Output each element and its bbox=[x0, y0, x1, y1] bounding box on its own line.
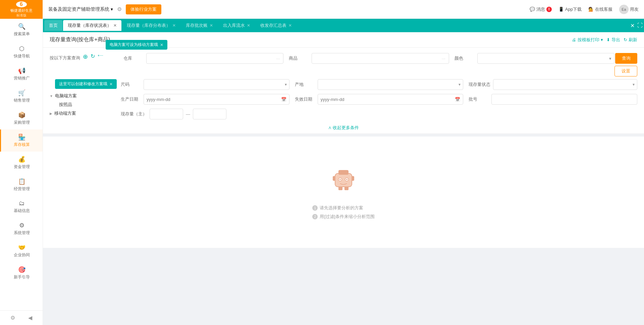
sidebar-item-label: 采购管理 bbox=[14, 120, 30, 125]
tab-close-icon[interactable]: ✕ bbox=[210, 23, 213, 28]
sidebar-item-purchase[interactable]: 📦 采购管理 bbox=[0, 107, 43, 129]
tab-close-all-icon[interactable]: ✕ bbox=[630, 22, 635, 29]
system-dropdown[interactable]: 装备及固定资产辅助管理系统 ▾ bbox=[48, 6, 113, 12]
tab-label: 现存量（库存分布表） bbox=[127, 22, 170, 29]
expire-date-input[interactable]: 📅 bbox=[318, 94, 464, 105]
sidebar-item-inventory[interactable]: 🏪 库存核算 bbox=[0, 129, 43, 152]
collapse-bar[interactable]: ∧ 收起更多条件 bbox=[43, 122, 644, 134]
sidebar-item-newbie[interactable]: 🎯 新手引导 bbox=[0, 262, 43, 284]
tab-fullscreen-icon[interactable]: ⛶ bbox=[637, 22, 643, 29]
calendar-icon[interactable]: 📅 bbox=[281, 97, 286, 102]
sidebar-item-label: 快捷导航 bbox=[14, 53, 30, 59]
tab-close-icon[interactable]: ✕ bbox=[172, 23, 176, 28]
filter-label: 按以下方案查询 bbox=[50, 53, 80, 61]
refresh-button[interactable]: ↻ 刷新 bbox=[624, 37, 637, 43]
tab-bar-end: ✕ ⛶ bbox=[630, 22, 643, 29]
sidebar-item-sales[interactable]: 🛒 销售管理 bbox=[0, 85, 43, 107]
origin-field: 产地 ▾ bbox=[295, 79, 464, 90]
tooltip-text: 这里可以创建和修改方案哦 bbox=[59, 81, 107, 87]
goods-input[interactable]: ··· bbox=[312, 53, 449, 64]
range-dash: — bbox=[186, 112, 190, 117]
settings-icon[interactable]: ⚙ bbox=[10, 315, 15, 321]
page-title: 现存量查询(按仓库+商品) bbox=[50, 36, 110, 43]
sidebar-item-operations[interactable]: 📋 经营管理 bbox=[0, 174, 43, 196]
sidebar-item-cooperation[interactable]: 🤝 企业协同 bbox=[0, 240, 43, 262]
warehouse-more-icon[interactable]: ··· bbox=[276, 56, 280, 61]
logo-text: 畅捷通好生意 bbox=[10, 8, 33, 13]
prod-date-input[interactable]: 📅 bbox=[144, 94, 289, 105]
header-right: 💬 消息 8 📱 App下载 💁 在线客服 Ea 用友 bbox=[530, 5, 639, 14]
sidebar-item-basic[interactable]: 🗂 基础信息 bbox=[0, 196, 43, 218]
export-button[interactable]: ⬇ 导出 bbox=[606, 37, 620, 43]
app-download-action[interactable]: 📱 App下载 bbox=[558, 6, 582, 12]
sidebar-item-label: 基础信息 bbox=[14, 208, 30, 214]
sidebar-item-system[interactable]: ⚙ 系统管理 bbox=[0, 218, 43, 240]
tooltip-close-icon[interactable]: ✕ bbox=[109, 82, 113, 87]
tab-close-icon[interactable]: ✕ bbox=[113, 23, 117, 28]
tab-collect-summary[interactable]: 收发存汇总表 ✕ bbox=[256, 20, 297, 31]
logo-icon: 6 bbox=[16, 1, 27, 7]
sidebar-item-search[interactable]: 🔍 搜索菜单 bbox=[0, 19, 43, 41]
tab-close-icon[interactable]: ✕ bbox=[247, 23, 250, 28]
tab-home[interactable]: 首页 bbox=[44, 20, 62, 31]
user-action[interactable]: Ea 用友 bbox=[619, 5, 639, 14]
stock-main-label: 现存量（主） bbox=[121, 111, 147, 117]
add-scheme-button[interactable]: ⊕ bbox=[83, 53, 88, 60]
reset-button[interactable]: 设置 bbox=[614, 66, 637, 76]
back-scheme-button[interactable]: ⬸ bbox=[98, 53, 103, 59]
origin-label: 产地 bbox=[295, 82, 315, 88]
origin-select-wrapper: ▾ bbox=[318, 79, 464, 90]
scheme-item-goods[interactable]: 按照品 bbox=[56, 100, 117, 109]
tab-inventory-status[interactable]: 现存量（库存状况表） ✕ bbox=[63, 20, 121, 31]
svg-rect-6 bbox=[333, 176, 335, 181]
tip-text-2: 用[过滤]条件来缩小分析范围 bbox=[320, 212, 374, 221]
tooltip-close-icon[interactable]: ✕ bbox=[160, 43, 163, 47]
tab-inventory-dist[interactable]: 现存量（库存分布表） ✕ bbox=[122, 20, 180, 31]
marketing-icon: 📢 bbox=[18, 67, 25, 74]
expire-date-input-field[interactable] bbox=[321, 97, 454, 102]
tab-in-out-flow[interactable]: 出入库流水 ✕ bbox=[218, 20, 255, 31]
batch-input[interactable] bbox=[491, 94, 637, 105]
sidebar-item-guide[interactable]: ⬡ 快捷导航 bbox=[0, 41, 43, 63]
print-icon: 🖨 bbox=[572, 37, 576, 42]
stock-main-end[interactable] bbox=[193, 109, 226, 119]
size-select-wrapper: ▾ bbox=[144, 79, 289, 90]
message-action[interactable]: 💬 消息 8 bbox=[530, 6, 552, 12]
calendar-icon[interactable]: 📅 bbox=[455, 97, 460, 102]
sidebar-item-finance[interactable]: 💰 资金管理 bbox=[0, 152, 43, 174]
goods-more-icon[interactable]: ··· bbox=[442, 56, 445, 61]
sidebar-item-label: 搜索菜单 bbox=[14, 31, 30, 37]
warehouse-input[interactable]: ··· bbox=[146, 53, 283, 64]
collapse-sidebar-icon[interactable]: ◀ bbox=[28, 315, 32, 321]
refresh-scheme-button[interactable]: ↻ bbox=[91, 53, 95, 59]
scheme-arrow-icon: ▶ bbox=[50, 112, 52, 115]
export-label: 导出 bbox=[611, 37, 620, 43]
origin-select[interactable] bbox=[318, 79, 464, 90]
online-support-action[interactable]: 💁 在线客服 bbox=[588, 6, 612, 12]
section-divider bbox=[43, 134, 644, 137]
search-icon: 🔍 bbox=[18, 23, 25, 30]
filter-section: 按以下方案查询 ⊕ ↻ ⬸ 电脑方案可设为移动方案哦 ✕ bbox=[43, 48, 644, 122]
color-label: 颜色 bbox=[454, 55, 475, 61]
scheme-group-mobile[interactable]: ▶ 移动端方案 bbox=[50, 109, 117, 118]
goods-field: 商品 ··· bbox=[289, 53, 449, 64]
empty-state: 1 请先选择要分析的方案 2 用[过滤]条件来缩小分析范围 bbox=[43, 137, 644, 248]
print-button[interactable]: 🖨 按模板打印 ▾ bbox=[572, 37, 603, 43]
stock-status-select[interactable] bbox=[493, 79, 637, 90]
prod-date-input-field[interactable] bbox=[147, 97, 280, 102]
print-label: 按模板打印 bbox=[578, 37, 599, 43]
size-select[interactable] bbox=[144, 79, 289, 90]
tab-close-icon[interactable]: ✕ bbox=[288, 23, 292, 28]
stock-main-start[interactable] bbox=[150, 109, 183, 119]
scheme-group-pc[interactable]: ▼ 电脑端方案 bbox=[50, 92, 117, 100]
scheme-arrow-icon: ▼ bbox=[50, 94, 53, 98]
experience-button[interactable]: 体验行业方案 bbox=[126, 4, 161, 14]
search-button[interactable]: 查询 bbox=[615, 53, 637, 64]
color-select[interactable]: ▾ bbox=[477, 53, 614, 64]
prod-date-label: 生产日期 bbox=[121, 96, 141, 102]
tab-batch-account[interactable]: 库存批次账 ✕ bbox=[181, 20, 218, 31]
message-badge: 8 bbox=[546, 7, 552, 12]
guide-icon: ⬡ bbox=[19, 45, 24, 52]
sidebar-item-marketing[interactable]: 📢 营销推广 bbox=[0, 63, 43, 85]
gear-button[interactable]: ⚙ bbox=[117, 6, 122, 12]
